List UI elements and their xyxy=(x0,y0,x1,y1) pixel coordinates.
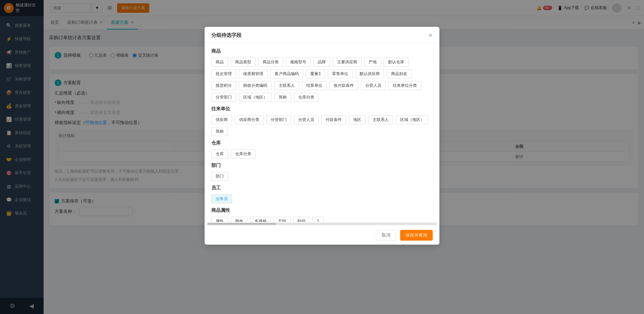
field-tag-0-15[interactable]: 拣货积分 xyxy=(211,81,236,90)
field-tag-0-2[interactable]: 商品分类 xyxy=(258,58,283,67)
field-section-title-2: 仓库 xyxy=(211,140,433,146)
field-tag-0-25[interactable]: 仓库分类 xyxy=(294,93,319,102)
field-tag-0-16[interactable]: 税收分类编码 xyxy=(239,81,272,90)
field-section-title-5: 商品属性 xyxy=(211,207,433,213)
field-tag-0-7[interactable]: 默认仓库 xyxy=(384,58,409,67)
field-tags-2: 仓库仓库分类 xyxy=(211,149,433,159)
field-section-title-0: 商品 xyxy=(211,48,433,54)
field-tag-0-9[interactable]: 保质期管理 xyxy=(239,69,268,78)
field-tag-1-3[interactable]: 分管人员 xyxy=(294,115,319,124)
modal-title: 分组待选字段 xyxy=(211,32,241,39)
modal-confirm-button[interactable]: 保存并查询 xyxy=(400,230,433,241)
field-tag-2-0[interactable]: 仓库 xyxy=(211,149,228,159)
field-tag-1-5[interactable]: 地区 xyxy=(349,115,366,124)
field-section-title-1: 往来单位 xyxy=(211,106,433,112)
field-tag-0-6[interactable]: 产地 xyxy=(364,58,381,67)
field-tag-0-20[interactable]: 分管人员 xyxy=(361,81,386,90)
field-tag-3-0[interactable]: 部门 xyxy=(211,172,228,181)
field-tag-0-11[interactable]: 重量3 xyxy=(306,69,325,78)
modal-header: 分组待选字段 ✕ xyxy=(205,27,439,43)
field-tag-0-19[interactable]: 收付款条件 xyxy=(329,81,358,90)
field-tags-5: 属性颜色多规格尺码鞋码1 xyxy=(211,217,433,222)
field-tag-0-12[interactable]: 零售单位 xyxy=(328,69,353,78)
modal-overlay: 分组待选字段 ✕ 商品商品商品类型商品分类规格型号品牌主要供应商产地默认仓库批次… xyxy=(0,0,644,314)
field-tag-4-0[interactable]: 业务员 xyxy=(211,194,232,203)
field-tag-0-22[interactable]: 分管部门 xyxy=(211,93,236,102)
field-tag-5-0[interactable]: 属性 xyxy=(211,217,228,222)
field-tags-1: 供应商供应商分类分管部门分管人员付款条件地区主联系人区域（地区）简称 xyxy=(211,115,433,136)
field-tag-0-23[interactable]: 区域（地区） xyxy=(239,93,272,102)
field-tag-1-0[interactable]: 供应商 xyxy=(211,115,232,124)
field-tag-5-4[interactable]: 鞋码 xyxy=(293,217,310,222)
field-tag-0-21[interactable]: 往来单位分类 xyxy=(388,81,421,90)
field-tag-0-4[interactable]: 品牌 xyxy=(313,58,330,67)
field-tag-1-7[interactable]: 区域（地区） xyxy=(396,115,429,124)
field-tag-1-6[interactable]: 主联系人 xyxy=(368,115,393,124)
field-tag-2-1[interactable]: 仓库分类 xyxy=(231,149,256,159)
modal-cancel-button[interactable]: 取消 xyxy=(376,230,396,241)
field-tag-5-3[interactable]: 尺码 xyxy=(274,217,290,222)
field-tag-1-1[interactable]: 供应商分类 xyxy=(235,115,264,124)
field-tag-0-8[interactable]: 批次管理 xyxy=(211,69,236,78)
field-tag-0-24[interactable]: 简称 xyxy=(274,93,291,102)
field-tag-0-10[interactable]: 客户商品编码 xyxy=(270,69,303,78)
field-tag-1-4[interactable]: 付款条件 xyxy=(321,115,346,124)
modal-hscroll[interactable] xyxy=(205,222,439,226)
field-section-title-3: 部门 xyxy=(211,163,433,169)
field-tag-5-5[interactable]: 1 xyxy=(313,217,324,222)
field-tags-0: 商品商品类型商品分类规格型号品牌主要供应商产地默认仓库批次管理保质期管理客户商品… xyxy=(211,58,433,102)
field-tag-5-1[interactable]: 颜色 xyxy=(231,217,248,222)
field-section-title-4: 员工 xyxy=(211,185,433,191)
modal-footer: 取消 保存并查询 xyxy=(205,226,439,245)
modal-body: 商品商品商品类型商品分类规格型号品牌主要供应商产地默认仓库批次管理保质期管理客户… xyxy=(205,43,439,222)
field-tag-0-14[interactable]: 商品别名 xyxy=(387,69,412,78)
field-tag-0-3[interactable]: 规格型号 xyxy=(286,58,311,67)
field-tag-5-2[interactable]: 多规格 xyxy=(250,217,271,222)
field-tags-4: 业务员 xyxy=(211,194,433,203)
modal: 分组待选字段 ✕ 商品商品商品类型商品分类规格型号品牌主要供应商产地默认仓库批次… xyxy=(205,27,439,245)
field-tag-0-5[interactable]: 主要供应商 xyxy=(333,58,362,67)
field-tag-0-13[interactable]: 默认供应商 xyxy=(355,69,384,78)
field-tag-1-8[interactable]: 简称 xyxy=(211,127,228,136)
modal-close-icon[interactable]: ✕ xyxy=(428,32,433,39)
field-tag-1-2[interactable]: 分管部门 xyxy=(266,115,291,124)
field-tag-0-0[interactable]: 商品 xyxy=(211,58,228,67)
field-tag-0-18[interactable]: 结算单位 xyxy=(302,81,327,90)
field-tags-3: 部门 xyxy=(211,172,433,181)
field-tag-0-1[interactable]: 商品类型 xyxy=(231,58,256,67)
field-tag-0-17[interactable]: 主联系人 xyxy=(274,81,299,90)
